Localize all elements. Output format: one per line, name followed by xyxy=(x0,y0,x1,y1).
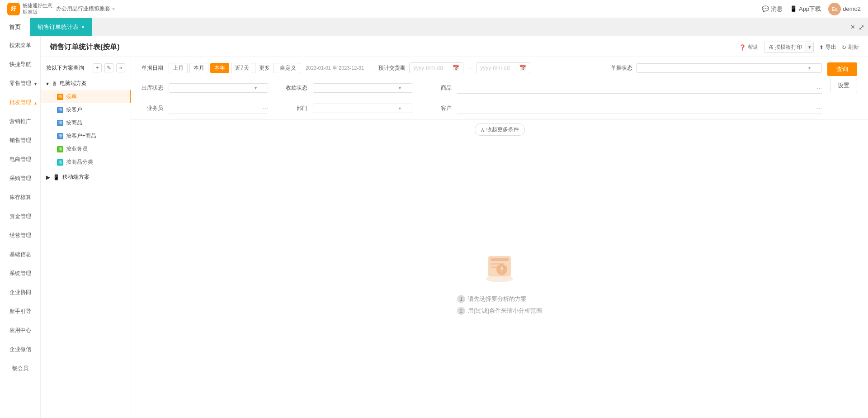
customer-input: ··· xyxy=(457,103,822,114)
page-header: 销售订单统计表(按单) ❓ 帮助 🖨 按模板打印 ▾ ⬆ 导出 xyxy=(41,36,868,57)
message-button[interactable]: 💬 消息 xyxy=(762,5,783,13)
help-button[interactable]: ❓ 帮助 xyxy=(739,43,759,51)
tab-minimize-button[interactable]: × xyxy=(851,23,855,31)
sidebar-item-enterprise-wechat[interactable]: 企业微信 xyxy=(0,340,40,359)
scheme-add-button[interactable]: + xyxy=(93,63,102,72)
sidebar-item-app-center[interactable]: 应用中心 xyxy=(0,321,40,340)
date-quick-buttons: 上月 本月 本年 近7天 更多 自定义 xyxy=(169,63,300,73)
scheme-group-header-mobile[interactable]: ▶ 📱 移动端方案 xyxy=(41,171,131,184)
sidebar-item-basic-info[interactable]: 基础信息 xyxy=(0,245,40,264)
customer-label: 客户 xyxy=(427,104,452,112)
main-content: 搜索菜单 快捷导航 零售管理 ▾ 批发管理 ▴ 营销推广 销售管理 电商管理 采… xyxy=(0,36,868,418)
scheme-item-by-product-category[interactable]: 按 按商品分类 xyxy=(41,156,131,169)
breadcrumb-arrow-icon: ▾ xyxy=(112,6,115,12)
salesperson-input: ··· xyxy=(169,103,268,114)
print-main-button[interactable]: 🖨 按模板打印 xyxy=(764,42,806,52)
user-menu[interactable]: Ea demo2 xyxy=(828,3,861,15)
logo-icon: 好 xyxy=(7,3,20,15)
sidebar-item-retail-mgmt[interactable]: 零售管理 ▾ xyxy=(0,74,40,93)
sidebar-item-marketing[interactable]: 营销推广 xyxy=(0,112,40,131)
scheme-item-by-salesperson[interactable]: 按 按业务员 xyxy=(41,142,131,156)
date-btn-this-month[interactable]: 本月 xyxy=(189,63,208,73)
export-button[interactable]: ⬆ 导出 xyxy=(819,43,836,51)
retail-mgmt-arrow-icon: ▾ xyxy=(34,81,37,86)
collapse-arrow-icon: ∧ xyxy=(481,127,485,133)
scheme-group-folder-icon: 🖥 xyxy=(52,81,57,87)
sidebar-item-vip-member[interactable]: 畅会员 xyxy=(0,359,40,378)
empty-tips: 1 请先选择要分析的方案 2 用[过滤]条件来缩小分析范围 xyxy=(457,295,542,315)
payment-status-select[interactable]: ▾ xyxy=(313,83,412,93)
scheme-item-icon-by-customer: 按 xyxy=(57,107,63,113)
payment-status-label: 收款状态 xyxy=(283,84,307,92)
sidebar-item-new-guide[interactable]: 新手引导 xyxy=(0,302,40,321)
date-btn-last-7-days[interactable]: 近7天 xyxy=(231,63,253,73)
empty-svg-icon: ? xyxy=(477,242,522,288)
scheme-edit-button[interactable]: ✎ xyxy=(104,63,113,72)
page-content: 销售订单统计表(按单) ❓ 帮助 🖨 按模板打印 ▾ ⬆ 导出 xyxy=(41,36,868,418)
empty-tip-2: 2 用[过滤]条件来缩小分析范围 xyxy=(457,307,542,315)
department-select[interactable]: ▾ xyxy=(313,104,412,113)
expected-delivery-group: 预计交货期 yyyy-mm-dd 📅 — yyyy-mm-dd 📅 xyxy=(378,62,593,73)
date-btn-last-month[interactable]: 上月 xyxy=(169,63,188,73)
scheme-item-by-customer-product[interactable]: 按 按客户+商品 xyxy=(41,129,131,142)
scheme-item-icon-by-salesperson: 按 xyxy=(57,146,63,152)
scheme-item-by-product[interactable]: 按 按商品 xyxy=(41,116,131,129)
setting-button[interactable]: 设置 xyxy=(830,79,857,92)
tab-controls: × ⤢ xyxy=(847,18,868,36)
date-btn-this-year[interactable]: 本年 xyxy=(210,63,229,73)
expected-delivery-from-input[interactable]: yyyy-mm-dd 📅 xyxy=(409,62,463,73)
sidebar-item-search-menu[interactable]: 搜索菜单 xyxy=(0,36,40,55)
tab-close-icon[interactable]: × xyxy=(81,24,85,30)
date-btn-more[interactable]: 更多 xyxy=(255,63,274,73)
order-status-arrow-icon: ▾ xyxy=(808,66,811,71)
department-arrow-icon: ▾ xyxy=(399,106,401,111)
customer-dots-icon[interactable]: ··· xyxy=(816,104,822,112)
scheme-item-by-order[interactable]: 按 按单 xyxy=(41,90,131,103)
sidebar-item-quick-nav[interactable]: 快捷导航 xyxy=(0,55,40,74)
scheme-collapse-button[interactable]: « xyxy=(116,63,125,72)
date-range-inputs: 2023-01-01 至 2023-12-31 xyxy=(306,65,364,71)
sidebar-item-enterprise-collab[interactable]: 企业协同 xyxy=(0,283,40,302)
top-bar-right: 💬 消息 📱 App下载 Ea demo2 xyxy=(762,3,861,15)
calendar-from-icon: 📅 xyxy=(453,65,459,71)
sidebar-item-operations[interactable]: 经营管理 xyxy=(0,226,40,245)
logo-text: 畅捷通好生意 标准版 xyxy=(23,3,52,14)
tab-sales-order[interactable]: 销售订单统计表 × xyxy=(30,18,92,36)
avatar: Ea xyxy=(828,3,841,15)
tab-bar: 首页 销售订单统计表 × × ⤢ xyxy=(0,18,868,36)
refresh-button[interactable]: ↻ 刷新 xyxy=(842,43,859,51)
order-status-select[interactable]: ▾ xyxy=(636,63,822,73)
salesperson-dots-icon[interactable]: ··· xyxy=(263,104,268,112)
sidebar-item-finance[interactable]: 资金管理 xyxy=(0,207,40,226)
sidebar-item-sales-mgmt[interactable]: 销售管理 xyxy=(0,131,40,150)
sidebar-item-ecommerce[interactable]: 电商管理 xyxy=(0,150,40,169)
tab-maximize-button[interactable]: ⤢ xyxy=(859,23,864,32)
collapse-button[interactable]: ∧ 收起更多条件 xyxy=(475,124,525,136)
delivery-status-select[interactable]: ▾ xyxy=(169,83,268,93)
scheme-item-icon-by-order: 按 xyxy=(57,94,63,100)
expected-delivery-to-input[interactable]: yyyy-mm-dd 📅 xyxy=(476,62,530,73)
page-header-actions: ❓ 帮助 🖨 按模板打印 ▾ ⬆ 导出 ↻ 刷新 xyxy=(739,42,859,53)
top-bar: 好 畅捷通好生意 标准版 办公用品行业模拟账套 ▾ 💬 消息 📱 App下载 E… xyxy=(0,0,868,18)
scheme-item-by-customer[interactable]: 按 按客户 xyxy=(41,103,131,116)
tab-home[interactable]: 首页 xyxy=(0,18,30,36)
query-button[interactable]: 查询 xyxy=(827,62,857,76)
sidebar-item-inventory[interactable]: 库存核算 xyxy=(0,188,40,207)
expected-delivery-label: 预计交货期 xyxy=(378,64,406,72)
scheme-group-header-desktop[interactable]: ▾ 🖥 电脑端方案 xyxy=(41,77,131,90)
sidebar-item-system[interactable]: 系统管理 xyxy=(0,264,40,283)
print-dropdown-button[interactable]: ▾ xyxy=(806,43,813,52)
sidebar-item-purchase[interactable]: 采购管理 xyxy=(0,169,40,188)
order-status-group: 单据状态 ▾ xyxy=(608,63,822,73)
product-dots-icon[interactable]: ··· xyxy=(816,84,822,91)
scheme-item-icon-by-product: 按 xyxy=(57,120,63,126)
app-download-button[interactable]: 📱 App下载 xyxy=(790,5,821,13)
scheme-group-arrow-icon: ▾ xyxy=(46,81,49,87)
scheme-panel: 按以下方案查询 + ✎ « ▾ 🖥 电脑端方案 按 按单 xyxy=(41,57,131,418)
delivery-status-arrow-icon: ▾ xyxy=(255,86,257,90)
sidebar-item-wholesale-mgmt[interactable]: 批发管理 ▴ xyxy=(0,93,40,112)
print-button-group: 🖨 按模板打印 ▾ xyxy=(764,42,814,53)
page-title: 销售订单统计表(按单) xyxy=(50,43,120,52)
product-input: ··· xyxy=(457,82,822,94)
date-btn-custom[interactable]: 自定义 xyxy=(276,63,300,73)
